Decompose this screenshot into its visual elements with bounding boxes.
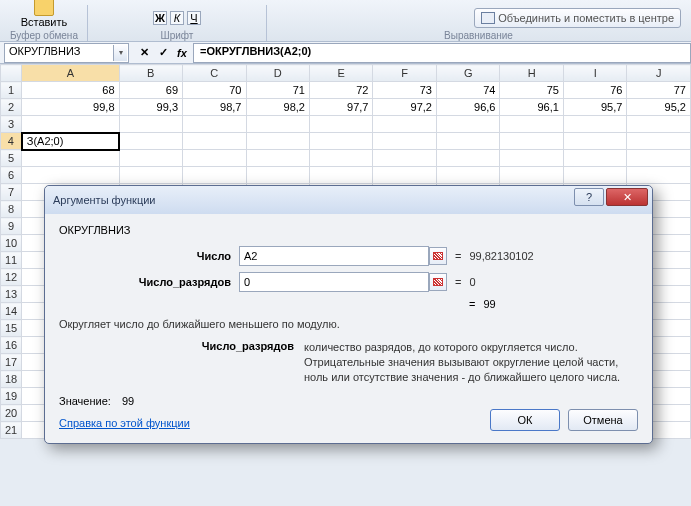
dialog-close-button[interactable]: ✕ [606,188,648,206]
cell[interactable] [563,116,626,133]
row-header[interactable]: 7 [1,184,22,201]
cell[interactable]: 77 [627,82,691,99]
col-header[interactable]: D [246,65,309,82]
cell[interactable]: 95,2 [627,99,691,116]
row-header[interactable]: 21 [1,422,22,439]
col-header[interactable]: F [373,65,436,82]
cell[interactable]: 69 [119,82,182,99]
name-box-dropdown[interactable]: ▾ [113,45,127,61]
row-header[interactable]: 10 [1,235,22,252]
cell[interactable] [373,133,436,150]
cell[interactable] [500,133,563,150]
row-header[interactable]: 3 [1,116,22,133]
cell[interactable] [436,167,499,184]
cell[interactable] [373,116,436,133]
row-header[interactable]: 19 [1,388,22,405]
cell[interactable] [500,116,563,133]
cell[interactable]: 74 [436,82,499,99]
cell[interactable] [627,116,691,133]
cell[interactable] [627,133,691,150]
col-header[interactable]: B [119,65,182,82]
arg1-range-button[interactable] [429,247,447,265]
cell[interactable] [563,133,626,150]
cell[interactable]: 95,7 [563,99,626,116]
cell[interactable] [22,150,119,167]
fx-button[interactable]: fx [174,45,190,61]
dialog-help-button[interactable]: ? [574,188,604,206]
underline-button[interactable]: Ч [187,11,201,25]
cell[interactable]: 99,8 [22,99,119,116]
arg1-input[interactable] [239,246,429,266]
formula-confirm-button[interactable]: ✓ [155,45,171,61]
cell[interactable] [22,167,119,184]
row-header[interactable]: 4 [1,133,22,150]
dialog-titlebar[interactable]: Аргументы функции ? ✕ [45,186,652,214]
row-header[interactable]: 13 [1,286,22,303]
row-header[interactable]: 8 [1,201,22,218]
col-header[interactable]: H [500,65,563,82]
formula-input[interactable]: =ОКРУГЛВНИЗ(A2;0) [193,43,691,63]
cell[interactable] [246,167,309,184]
cell[interactable] [627,150,691,167]
arg2-input[interactable] [239,272,429,292]
cell[interactable]: 98,2 [246,99,309,116]
row-header[interactable]: 5 [1,150,22,167]
cell[interactable]: 75 [500,82,563,99]
cell[interactable] [119,116,182,133]
cell[interactable] [309,116,372,133]
col-header[interactable]: A [22,65,119,82]
cell[interactable] [563,167,626,184]
row-header[interactable]: 20 [1,405,22,422]
cell[interactable]: 72 [309,82,372,99]
cell[interactable] [22,116,119,133]
formula-cancel-button[interactable]: ✕ [136,45,152,61]
cancel-button[interactable]: Отмена [568,409,638,431]
row-header[interactable]: 18 [1,371,22,388]
col-header[interactable]: J [627,65,691,82]
row-header[interactable]: 11 [1,252,22,269]
italic-button[interactable]: К [170,11,184,25]
cell[interactable]: 96,1 [500,99,563,116]
name-box[interactable]: ОКРУГЛВНИЗ ▾ [4,43,129,63]
cell[interactable] [436,116,499,133]
cell[interactable] [183,167,246,184]
col-header[interactable] [1,65,22,82]
cell[interactable]: 71 [246,82,309,99]
row-header[interactable]: 6 [1,167,22,184]
cell[interactable] [183,116,246,133]
arg2-range-button[interactable] [429,273,447,291]
cell[interactable]: 98,7 [183,99,246,116]
row-header[interactable]: 9 [1,218,22,235]
cell[interactable] [309,167,372,184]
cell[interactable]: 73 [373,82,436,99]
col-header[interactable]: E [309,65,372,82]
row-header[interactable]: 14 [1,303,22,320]
row-header[interactable]: 16 [1,337,22,354]
col-header[interactable]: G [436,65,499,82]
bold-button[interactable]: Ж [153,11,167,25]
row-header[interactable]: 12 [1,269,22,286]
merge-center-button[interactable]: Объединить и поместить в центре [474,8,681,28]
cell[interactable]: 99,3 [119,99,182,116]
cell[interactable] [246,150,309,167]
cell[interactable] [309,133,372,150]
col-header[interactable]: C [183,65,246,82]
row-header[interactable]: 15 [1,320,22,337]
cell[interactable] [246,133,309,150]
cell[interactable]: 97,2 [373,99,436,116]
row-header[interactable]: 1 [1,82,22,99]
paste-button[interactable]: Вставить [17,0,72,28]
cell[interactable] [563,150,626,167]
cell[interactable] [183,150,246,167]
cell[interactable] [119,167,182,184]
cell[interactable]: 76 [563,82,626,99]
cell[interactable] [500,167,563,184]
row-header[interactable]: 2 [1,99,22,116]
help-link[interactable]: Справка по этой функции [59,417,190,429]
cell[interactable]: 68 [22,82,119,99]
cell[interactable]: З(A2;0) [22,133,119,150]
cell[interactable]: 70 [183,82,246,99]
ok-button[interactable]: ОК [490,409,560,431]
cell[interactable] [246,116,309,133]
cell[interactable]: 97,7 [309,99,372,116]
